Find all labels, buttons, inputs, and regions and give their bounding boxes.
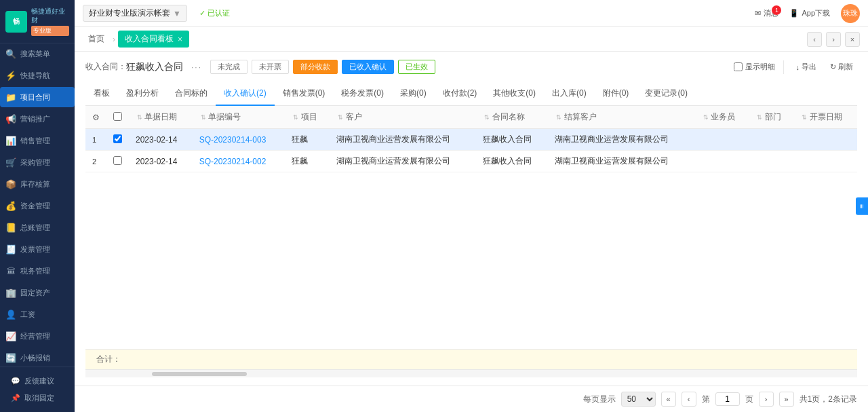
per-page-select[interactable]: 50 100 200: [621, 392, 656, 407]
th-settlement[interactable]: ⇅ 结算客户: [548, 106, 694, 129]
logo-text: 畅捷通好业财: [31, 7, 69, 24]
company-selector[interactable]: 好业财专业版演示帐套 ▼: [83, 5, 187, 22]
sidebar-item-5[interactable]: 🛒采购管理: [0, 152, 75, 172]
th-salesman[interactable]: ⇅ 业务员: [695, 106, 749, 129]
more-button[interactable]: ···: [191, 62, 202, 72]
cell-number[interactable]: SQ-20230214-002: [193, 151, 285, 172]
th-date[interactable]: ⇅ 单据日期: [129, 106, 193, 129]
cell-number[interactable]: SQ-20230214-003: [193, 129, 285, 151]
sidebar-item-3[interactable]: 📢营销推广: [0, 109, 75, 129]
scroll-thumb[interactable]: [152, 372, 247, 376]
table-container[interactable]: ⚙ ⇅ 单据日期 ⇅ 单据编号 ⇅ 项目 ⇅ 客户 ⇅ 合同名称 ⇅ 结算客户 …: [85, 106, 857, 349]
tab-nav-next[interactable]: ›: [826, 32, 841, 47]
sidebar-item-2[interactable]: 📁项目合同: [0, 87, 75, 107]
sub-tab-5[interactable]: 税务发票(0): [333, 82, 392, 106]
tab-active-contract[interactable]: 收入合同看板 ×: [118, 31, 189, 48]
sidebar-item-13[interactable]: 📈经营管理: [0, 326, 75, 346]
sub-tab-3[interactable]: 收入确认(2): [216, 82, 275, 106]
nav-icon-5: 🛒: [5, 157, 16, 168]
prev-page-btn[interactable]: ‹: [682, 392, 696, 407]
status-btn-0[interactable]: 未完成: [210, 60, 248, 74]
page-input[interactable]: [715, 392, 740, 406]
sub-tab-9[interactable]: 出入库(0): [544, 82, 595, 106]
sidebar-item-10[interactable]: 🏛税务管理: [0, 261, 75, 281]
sub-tab-8[interactable]: 其他收支(0): [485, 82, 544, 106]
table-row[interactable]: 1 2023-02-14 SQ-20230214-003 狂飙 湖南卫视商业运营…: [85, 129, 857, 151]
sidebar-item-4[interactable]: 📊销售管理: [0, 130, 75, 151]
app-download-button[interactable]: 📱 App下载: [789, 8, 830, 18]
sidebar-item-1[interactable]: ⚡快捷导航: [0, 65, 75, 86]
contract-header: 收入合同： 狂飙收入合同 ··· 未完成未开票部分收款已收入确认已生效 显示明细…: [85, 60, 857, 74]
settings-icon[interactable]: ⚙: [92, 113, 100, 122]
table-row[interactable]: 2 2023-02-14 SQ-20230214-002 狂飙 湖南卫视商业运营…: [85, 151, 857, 172]
sub-tab-6[interactable]: 采购(0): [392, 82, 435, 106]
active-tab-label: 收入合同看板: [125, 33, 174, 45]
cell-checkbox[interactable]: [106, 129, 129, 151]
tab-bar: 首页 › 收入合同看板 × ‹ › ×: [75, 27, 868, 52]
row-checkbox-1[interactable]: [113, 156, 122, 165]
show-detail-checkbox[interactable]: [734, 62, 743, 71]
cell-invoice-date: [793, 151, 857, 172]
messages-button[interactable]: ✉ 消息 1: [755, 8, 778, 18]
sidebar-item-7[interactable]: 💰资金管理: [0, 195, 75, 216]
number-link-1[interactable]: SQ-20230214-002: [199, 157, 267, 166]
tab-close-button[interactable]: ×: [178, 35, 182, 44]
th-checkbox[interactable]: [106, 106, 129, 129]
user-avatar[interactable]: 珠珠: [841, 4, 860, 23]
divider: [783, 60, 784, 74]
th-settings[interactable]: ⚙: [85, 106, 106, 129]
header-actions: ✉ 消息 1 📱 App下载 珠珠: [755, 4, 860, 23]
cell-project: 狂飙: [285, 151, 330, 172]
sub-tab-1[interactable]: 盈利分析: [118, 82, 167, 106]
header-right-actions: 显示明细 ↓ 导出 ↻ 刷新: [734, 60, 858, 74]
th-project[interactable]: ⇅ 项目: [285, 106, 330, 129]
nav-label-2: 项目合同: [20, 92, 50, 102]
scroll-bar-area[interactable]: [85, 369, 857, 377]
main-content: 好业财专业版演示帐套 ▼ ✓ 已认证 ✉ 消息 1 📱 App下载 珠珠: [75, 0, 868, 412]
sub-tab-0[interactable]: 看板: [85, 82, 118, 106]
number-link-0[interactable]: SQ-20230214-003: [199, 135, 267, 145]
status-btn-4[interactable]: 已生效: [398, 60, 435, 74]
th-number[interactable]: ⇅ 单据编号: [193, 106, 285, 129]
status-btn-3[interactable]: 已收入确认: [342, 60, 394, 74]
export-button[interactable]: ↓ 导出: [792, 60, 821, 74]
nav-icon-9: 🧾: [5, 244, 16, 255]
side-action-button[interactable]: ≡: [856, 197, 868, 214]
th-contract-name[interactable]: ⇅ 合同名称: [476, 106, 548, 129]
sidebar-feedback[interactable]: 💬 反馈建议: [5, 373, 69, 390]
sidebar-item-6[interactable]: 📦库存核算: [0, 174, 75, 194]
sub-tab-7[interactable]: 收付款(2): [435, 82, 486, 106]
sidebar-item-0[interactable]: 🔍搜索菜单: [0, 43, 75, 64]
status-btn-1[interactable]: 未开票: [252, 60, 289, 74]
sidebar-item-14[interactable]: 🔄小畅报销: [0, 348, 75, 367]
th-department[interactable]: ⇅ 部门: [749, 106, 793, 129]
sub-tab-10[interactable]: 附件(0): [595, 82, 637, 106]
show-detail-checkbox-label[interactable]: 显示明细: [734, 62, 775, 72]
select-all-checkbox[interactable]: [113, 112, 122, 121]
sidebar-item-12[interactable]: 👤工资: [0, 304, 75, 324]
sidebar-item-8[interactable]: 📒总账管理: [0, 217, 75, 238]
first-page-btn[interactable]: «: [661, 392, 676, 407]
last-page-btn[interactable]: »: [779, 392, 794, 407]
sub-tab-2[interactable]: 合同标的: [167, 82, 216, 106]
sidebar-unpin[interactable]: 📌 取消固定: [5, 390, 69, 407]
cell-checkbox[interactable]: [106, 151, 129, 172]
th-invoice-date[interactable]: ⇅ 开票日期: [793, 106, 857, 129]
sidebar-item-11[interactable]: 🏢固定资产: [0, 282, 75, 303]
tab-home[interactable]: 首页: [83, 33, 110, 45]
nav-label-7: 资金管理: [20, 201, 50, 211]
refresh-button[interactable]: ↻ 刷新: [826, 60, 857, 74]
status-btn-2[interactable]: 部分收款: [293, 60, 338, 74]
cell-salesman: [695, 151, 749, 172]
app-logo: 畅 畅捷通好业财 专业版: [0, 0, 75, 43]
next-page-btn[interactable]: ›: [759, 392, 774, 407]
th-customer[interactable]: ⇅ 客户: [330, 106, 476, 129]
tab-nav-close[interactable]: ×: [845, 32, 860, 47]
sidebar-item-9[interactable]: 🧾发票管理: [0, 239, 75, 259]
tab-nav-prev[interactable]: ‹: [807, 32, 822, 47]
tab-separator: ›: [113, 35, 115, 44]
sub-tab-4[interactable]: 销售发票(0): [275, 82, 334, 106]
cell-row-num: 1: [85, 129, 106, 151]
sub-tab-11[interactable]: 变更记录(0): [637, 82, 696, 106]
row-checkbox-0[interactable]: [113, 134, 122, 143]
